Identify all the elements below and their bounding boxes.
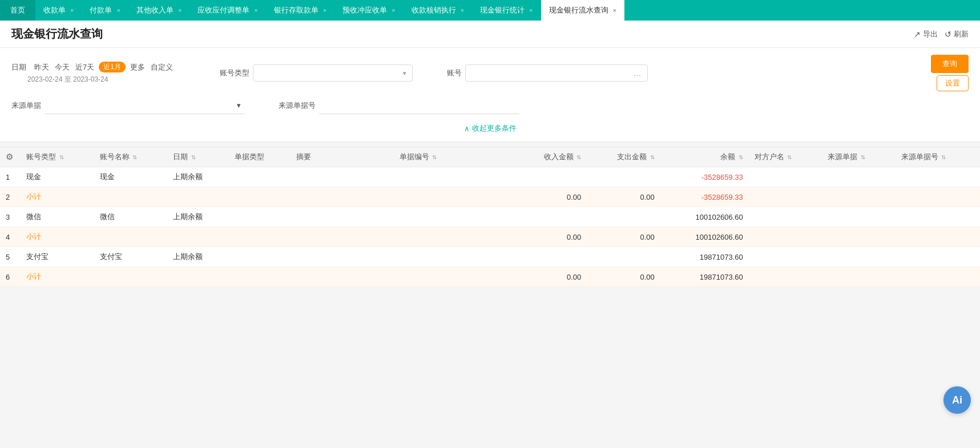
row-num: 4: [0, 227, 21, 247]
col-counterpart: 对方户名 ⇅: [749, 147, 822, 167]
header-actions: ↗ 导出 ↺ 刷新: [914, 29, 969, 39]
cell-account-type: 小计: [21, 267, 94, 287]
row-num: 3: [0, 207, 21, 227]
cell-account-name: 支付宝: [94, 247, 168, 267]
account-type-select[interactable]: ▾: [253, 64, 413, 82]
source-doc-filter: 来源单据 ▾: [11, 97, 244, 114]
cell-source-doc-no: [896, 167, 980, 187]
filter-row-1: 日期 昨天 今天 近7天 近1月 更多 自定义 2023-02-24 至 202…: [11, 55, 969, 91]
cell-date: 上期余额: [167, 247, 229, 267]
shortcut-yesterday[interactable]: 昨天: [33, 62, 50, 72]
col-account-type: 账号类型 ⇅: [21, 147, 94, 167]
nav-tab-qita[interactable]: 其他收入单 ×: [128, 0, 189, 21]
table-header-row: ⚙ 账号类型 ⇅ 账号名称 ⇅ 日期 ⇅ 单据类型 摘要: [0, 147, 980, 167]
sort-icon[interactable]: ⇅: [787, 154, 792, 160]
close-icon[interactable]: ×: [70, 0, 74, 21]
cell-balance: 100102606.60: [660, 207, 749, 227]
col-summary-label: 摘要: [296, 152, 311, 161]
cell-counterpart: [749, 227, 822, 247]
sort-icon[interactable]: ⇅: [59, 154, 64, 160]
sort-icon[interactable]: ⇅: [941, 154, 946, 160]
cell-counterpart: [749, 267, 822, 287]
cell-date: 上期余额: [167, 167, 229, 187]
cell-counterpart: [749, 167, 822, 187]
cell-doc-no: [394, 187, 514, 207]
nav-tab-hexiao[interactable]: 收款核销执行 ×: [404, 0, 472, 21]
filter-row-2: 来源单据 ▾ 来源单据号: [11, 97, 969, 114]
account-type-label: 账号类型: [220, 68, 249, 78]
close-icon[interactable]: ×: [178, 0, 182, 21]
export-icon: ↗: [914, 30, 921, 39]
close-icon[interactable]: ×: [529, 0, 533, 21]
cell-expense: 0.00: [587, 227, 660, 247]
table-row: 5支付宝支付宝上期余额19871073.60: [0, 247, 980, 267]
cell-balance: -3528659.33: [660, 187, 749, 207]
cell-doc-type: [229, 187, 291, 207]
cell-source-doc: [822, 167, 896, 187]
source-doc-select[interactable]: ▾: [45, 97, 244, 114]
nav-home[interactable]: 首页: [0, 0, 35, 21]
close-icon[interactable]: ×: [392, 0, 395, 21]
nav-tab-yushou[interactable]: 预收冲应收单 ×: [334, 0, 403, 21]
cell-account-type: 小计: [21, 227, 94, 247]
cell-income: [514, 207, 587, 227]
nav-tab-liushui[interactable]: 现金银行流水查询 ×: [541, 0, 624, 21]
row-num: 5: [0, 247, 21, 267]
source-doc-no-input[interactable]: [319, 97, 519, 114]
more-icon[interactable]: ...: [634, 69, 642, 78]
col-source-doc: 来源单据 ⇅: [822, 147, 896, 167]
page-header: 现金银行流水查询 ↗ 导出 ↺ 刷新: [0, 21, 980, 48]
date-range-display: 2023-02-24 至 2023-03-24: [27, 75, 108, 84]
shortcut-custom[interactable]: 自定义: [150, 62, 174, 72]
sort-icon[interactable]: ⇅: [861, 154, 865, 160]
table-row: 6小计0.000.0019871073.60: [0, 267, 980, 287]
col-source-doc-no: 来源单据号 ⇅: [896, 147, 980, 167]
refresh-icon: ↺: [945, 30, 951, 39]
shortcut-more[interactable]: 更多: [129, 62, 146, 72]
nav-tab-cunqu[interactable]: 银行存取款单 ×: [266, 0, 334, 21]
sort-icon[interactable]: ⇅: [576, 154, 581, 160]
shortcut-today[interactable]: 今天: [54, 62, 71, 72]
close-icon[interactable]: ×: [116, 0, 120, 21]
cell-counterpart: [749, 207, 822, 227]
account-input[interactable]: ...: [465, 64, 648, 82]
cell-expense: [587, 247, 660, 267]
col-doc-type: 单据类型: [229, 147, 291, 167]
col-account-name: 账号名称 ⇅: [94, 147, 168, 167]
sort-icon[interactable]: ⇅: [650, 154, 655, 160]
close-icon[interactable]: ×: [323, 0, 326, 21]
query-button[interactable]: 查询: [931, 55, 969, 73]
shortcut-7days[interactable]: 近7天: [74, 62, 95, 72]
cell-date: [167, 227, 229, 247]
nav-tab-tongji[interactable]: 现金银行统计 ×: [472, 0, 541, 21]
cell-doc-type: [229, 167, 291, 187]
refresh-button[interactable]: ↺ 刷新: [945, 29, 969, 39]
sort-icon[interactable]: ⇅: [432, 154, 437, 160]
account-filter: 账号 ...: [447, 64, 648, 82]
sort-icon[interactable]: ⇅: [191, 154, 196, 160]
data-table-container: ⚙ 账号类型 ⇅ 账号名称 ⇅ 日期 ⇅ 单据类型 摘要: [0, 147, 980, 287]
export-button[interactable]: ↗ 导出: [914, 29, 938, 39]
cell-income: 0.00: [514, 187, 587, 207]
cell-doc-no: [394, 267, 514, 287]
cell-account-name: [94, 227, 168, 247]
cell-account-name: 现金: [94, 167, 168, 187]
cell-source-doc-no: [896, 267, 980, 287]
sort-icon[interactable]: ⇅: [739, 154, 743, 160]
nav-tab-shoudan[interactable]: 收款单 ×: [35, 0, 82, 21]
cell-source-doc: [822, 187, 896, 207]
close-icon[interactable]: ×: [254, 0, 257, 21]
settings-button[interactable]: 设置: [937, 75, 969, 91]
cell-account-type: 微信: [21, 207, 94, 227]
close-icon[interactable]: ×: [461, 0, 464, 21]
col-date: 日期 ⇅: [167, 147, 229, 167]
gear-icon[interactable]: ⚙: [6, 152, 13, 162]
nav-tab-fukuan[interactable]: 付款单 ×: [82, 0, 128, 21]
account-type-filter: 账号类型 ▾: [220, 64, 413, 82]
sort-icon[interactable]: ⇅: [132, 154, 137, 160]
cell-account-type: 小计: [21, 187, 94, 207]
close-icon[interactable]: ×: [613, 0, 616, 21]
collapse-filter-button[interactable]: ∧ 收起更多条件: [11, 120, 969, 137]
nav-tab-tiaozhendan[interactable]: 应收应付调整单 ×: [189, 0, 265, 21]
shortcut-1month[interactable]: 近1月: [99, 62, 126, 72]
